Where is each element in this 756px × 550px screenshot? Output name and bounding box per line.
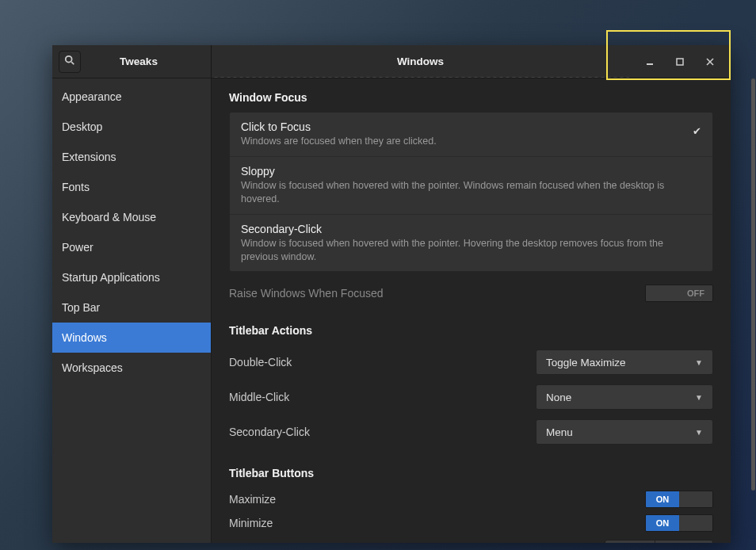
placement-row: Placement Left Right bbox=[229, 535, 713, 543]
search-button[interactable] bbox=[59, 51, 81, 73]
sidebar: Appearance Desktop Extensions Fonts Keyb… bbox=[52, 78, 212, 543]
sidebar-item-startup-applications[interactable]: Startup Applications bbox=[52, 262, 211, 292]
content-pane: Window Focus Click to Focus Windows are … bbox=[212, 78, 731, 543]
double-click-row: Double-Click Toggle Maximize ▼ bbox=[229, 345, 713, 380]
placement-left[interactable]: Left bbox=[605, 540, 656, 543]
maximize-label: Maximize bbox=[229, 493, 276, 506]
section-title-titlebar-actions: Titlebar Actions bbox=[229, 324, 713, 337]
window-controls bbox=[629, 45, 731, 78]
sidebar-item-desktop[interactable]: Desktop bbox=[52, 112, 211, 142]
chevron-down-icon: ▼ bbox=[695, 428, 703, 437]
sidebar-item-keyboard-mouse[interactable]: Keyboard & Mouse bbox=[52, 202, 211, 232]
minimize-button[interactable] bbox=[643, 55, 656, 68]
scrollbar-thumb[interactable] bbox=[751, 78, 755, 491]
search-icon bbox=[64, 55, 75, 69]
option-desc: Window is focused when hovered with the … bbox=[241, 237, 701, 264]
sidebar-item-power[interactable]: Power bbox=[52, 232, 211, 262]
option-desc: Windows are focused when they are clicke… bbox=[241, 135, 437, 148]
minimize-icon bbox=[646, 55, 654, 69]
placement-segmented[interactable]: Left Right bbox=[605, 540, 713, 543]
sidebar-item-appearance[interactable]: Appearance bbox=[52, 82, 211, 112]
scrollbar-track bbox=[750, 45, 756, 543]
sidebar-item-label: Desktop bbox=[62, 120, 102, 133]
close-button[interactable] bbox=[704, 55, 716, 68]
middle-click-row: Middle-Click None ▼ bbox=[229, 380, 713, 414]
sidebar-item-label: Extensions bbox=[62, 151, 116, 163]
sidebar-item-fonts[interactable]: Fonts bbox=[52, 172, 211, 202]
chevron-down-icon: ▼ bbox=[695, 393, 703, 402]
option-title: Secondary-Click bbox=[241, 223, 701, 235]
dropdown-value: Menu bbox=[546, 426, 573, 438]
svg-line-1 bbox=[71, 62, 74, 64]
sidebar-item-label: Top Bar bbox=[62, 301, 100, 314]
body: Appearance Desktop Extensions Fonts Keyb… bbox=[52, 78, 731, 543]
secondary-click-row: Secondary-Click Menu ▼ bbox=[229, 414, 713, 449]
titlebar: Tweaks Windows bbox=[52, 45, 731, 78]
app-title: Tweaks bbox=[89, 55, 211, 67]
focus-option-sloppy[interactable]: Sloppy Window is focused when hovered wi… bbox=[230, 157, 712, 215]
secondary-click-label: Secondary-Click bbox=[229, 426, 310, 438]
sidebar-item-label: Startup Applications bbox=[62, 271, 160, 284]
raise-windows-toggle[interactable]: OFF bbox=[645, 285, 713, 302]
placement-right[interactable]: Right bbox=[655, 540, 712, 543]
sidebar-item-label: Windows bbox=[62, 331, 107, 344]
dropdown-value: Toggle Maximize bbox=[546, 357, 626, 369]
titlebar-left: Tweaks bbox=[52, 45, 212, 78]
middle-click-label: Middle-Click bbox=[229, 391, 289, 403]
section-title-window-focus: Window Focus bbox=[229, 91, 713, 104]
raise-windows-label: Raise Windows When Focused bbox=[229, 287, 384, 300]
sidebar-item-extensions[interactable]: Extensions bbox=[52, 142, 211, 172]
minimize-label: Minimize bbox=[229, 517, 273, 529]
sidebar-item-label: Power bbox=[62, 241, 94, 254]
secondary-click-dropdown[interactable]: Menu ▼ bbox=[536, 419, 713, 445]
sidebar-item-workspaces[interactable]: Workspaces bbox=[52, 353, 211, 383]
focus-option-secondary-click[interactable]: Secondary-Click Window is focused when h… bbox=[230, 215, 712, 272]
chevron-down-icon: ▼ bbox=[695, 358, 703, 367]
toggle-state: ON bbox=[646, 491, 679, 507]
double-click-label: Double-Click bbox=[229, 356, 292, 369]
toggle-state: OFF bbox=[679, 285, 712, 301]
option-desc: Window is focused when hovered with the … bbox=[241, 179, 701, 206]
maximize-button[interactable] bbox=[674, 55, 686, 68]
minimize-row: Minimize ON bbox=[229, 511, 713, 535]
middle-click-dropdown[interactable]: None ▼ bbox=[536, 384, 713, 410]
svg-point-0 bbox=[66, 55, 72, 62]
section-title-titlebar-buttons: Titlebar Buttons bbox=[229, 467, 713, 479]
close-icon bbox=[706, 55, 714, 69]
svg-rect-2 bbox=[647, 63, 653, 65]
page-title: Windows bbox=[212, 45, 629, 78]
raise-windows-row: Raise Windows When Focused OFF bbox=[229, 280, 713, 307]
svg-rect-3 bbox=[677, 59, 683, 65]
option-title: Sloppy bbox=[241, 165, 701, 178]
tweaks-window: Tweaks Windows Appearance Desktop Extens… bbox=[52, 45, 731, 543]
minimize-toggle[interactable]: ON bbox=[645, 514, 713, 532]
sidebar-item-label: Appearance bbox=[62, 90, 122, 103]
sidebar-item-windows[interactable]: Windows bbox=[52, 323, 211, 353]
option-title: Click to Focus bbox=[241, 120, 437, 133]
check-icon: ✔ bbox=[693, 125, 701, 137]
maximize-icon bbox=[676, 55, 684, 69]
sidebar-item-label: Keyboard & Mouse bbox=[62, 211, 156, 223]
sidebar-item-top-bar[interactable]: Top Bar bbox=[52, 292, 211, 323]
window-focus-options: Click to Focus Windows are focused when … bbox=[229, 112, 713, 272]
toggle-state: ON bbox=[646, 515, 679, 531]
focus-option-click[interactable]: Click to Focus Windows are focused when … bbox=[230, 113, 712, 157]
dropdown-value: None bbox=[546, 391, 571, 403]
sidebar-item-label: Workspaces bbox=[62, 361, 123, 374]
maximize-row: Maximize ON bbox=[229, 487, 713, 511]
maximize-toggle[interactable]: ON bbox=[645, 491, 713, 508]
sidebar-item-label: Fonts bbox=[62, 181, 90, 193]
double-click-dropdown[interactable]: Toggle Maximize ▼ bbox=[536, 349, 713, 375]
